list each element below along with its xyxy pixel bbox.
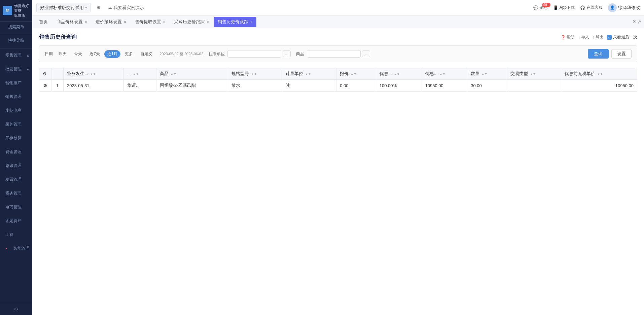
tab-sale-price[interactable]: 售价提取设置 × (131, 17, 169, 27)
sidebar-item-wholesale[interactable]: 批发管理 ▲ (0, 62, 32, 76)
sidebar-search-menu[interactable]: 搜索菜单 (0, 22, 32, 33)
row-trade-type (507, 80, 561, 92)
date-last1month-btn[interactable]: 近1月 (104, 50, 121, 58)
sidebar-settings-btn[interactable]: ⚙ (0, 303, 32, 315)
sidebar-item-marketing[interactable]: 营销推广 (0, 76, 32, 90)
date-more-btn[interactable]: 更多 (122, 50, 136, 58)
logo-icon: 好 (3, 6, 12, 15)
tab-purchase-history[interactable]: 采购历史价跟踪 × (170, 17, 213, 27)
table-row[interactable]: ⚙ 1 2023-05-31 华谊... 丙烯酸-2-乙基己酯 散水 吨 0.0… (39, 80, 637, 92)
tabbar: 首页 商品价格设置 × 进价策略设置 × 售价提取设置 × 采购历史价跟踪 × … (32, 15, 644, 28)
sort-qty-icon: ▲▼ (481, 72, 488, 76)
online-service-label: 在线客服 (586, 5, 603, 10)
sidebar-item-smart[interactable]: 智能管理 (0, 242, 32, 255)
date-yesterday-btn[interactable]: 昨天 (56, 50, 70, 58)
settings-btn[interactable]: 设置 (611, 49, 632, 59)
sidebar-item-ledger[interactable]: 总账管理 (0, 159, 32, 173)
col-product[interactable]: 商品 ▲▼ (156, 68, 228, 80)
tab-home[interactable]: 首页 (35, 17, 52, 27)
sidebar-item-retail[interactable]: 零售管理 ▲ (0, 48, 32, 62)
user-menu[interactable]: 👤 徐泽华修改 (608, 3, 640, 12)
settings-icon[interactable]: ⚙ (94, 3, 104, 13)
source-input[interactable] (227, 50, 281, 58)
help-label: 帮助 (567, 34, 575, 40)
row-discount1: 100.00% (376, 80, 422, 92)
product-ellipsis-btn[interactable]: ... (362, 50, 370, 57)
online-service-btn[interactable]: 🎧 在线客服 (580, 5, 603, 10)
export-icon: ↑ (593, 35, 595, 40)
col-price[interactable]: 报价 ▲▼ (336, 68, 376, 80)
col-discount2[interactable]: 优惠... ▲▼ (422, 68, 467, 80)
export-label: 导出 (596, 34, 604, 40)
col-more[interactable]: ... ▲▼ (124, 68, 156, 80)
query-btn[interactable]: 查询 (588, 49, 609, 59)
sort-spec-icon: ▲▼ (251, 72, 257, 76)
sidebar-item-purchase[interactable]: 采购管理 (0, 117, 32, 131)
row-date: 2023-05-31 (64, 80, 124, 92)
col-date[interactable]: 业务发生... ▲▼ (64, 68, 124, 80)
panel-maximize-btn[interactable]: ⤢ (637, 19, 641, 25)
logo-text: 畅捷通好业财 标准版 (14, 3, 30, 18)
tab-close-purchase-strategy[interactable]: × (124, 20, 126, 24)
chevron-down-icon: ▾ (85, 5, 87, 10)
row-pretax-price: 10950.00 (561, 80, 637, 92)
tab-close-sale-price[interactable]: × (163, 20, 165, 24)
panel-close-btn[interactable]: × (632, 18, 636, 25)
sidebar-item-ecommerce-small[interactable]: 小畅电商 (0, 104, 32, 117)
row-company: 华谊... (127, 83, 140, 88)
version-selector[interactable]: 好业财标准版交付试用 ▾ (36, 3, 91, 12)
date-custom-btn[interactable]: 自定义 (137, 50, 155, 58)
import-btn[interactable]: ↓ 导入 (578, 34, 589, 40)
col-trade-type[interactable]: 交易类型 ▲▼ (507, 68, 561, 80)
sidebar-item-finance[interactable]: 资金管理 (0, 145, 32, 159)
col-trade-type-label: 交易类型 (510, 71, 528, 76)
col-pretax-price[interactable]: 优惠前无税单价 ▲▼ (561, 68, 637, 80)
col-spec-label: 规格型号 (231, 71, 249, 76)
app-download-btn[interactable]: 📱 App下载 (553, 5, 575, 10)
sort-more-icon: ▲▼ (133, 72, 139, 76)
col-qty[interactable]: 数量 ▲▼ (467, 68, 507, 80)
source-input-wrap: ... (227, 50, 291, 58)
sidebar-item-inventory[interactable]: 库存核算 (0, 131, 32, 145)
col-unit[interactable]: 计量单位 ▲▼ (282, 68, 336, 80)
sidebar-item-assets[interactable]: 固定资产 (0, 214, 32, 228)
phone-icon: 📱 (553, 5, 558, 10)
export-btn[interactable]: ↑ 导出 (593, 34, 604, 40)
page-header: 销售历史价查询 ❓ 帮助 ↓ 导入 ↑ 导出 ✓ (39, 34, 637, 41)
help-btn[interactable]: ❓ 帮助 (561, 34, 575, 40)
demo-cloud-icon: ☁ (108, 5, 112, 10)
source-ellipsis-btn[interactable]: ... (283, 50, 291, 57)
message-icon: 💬 (533, 5, 538, 10)
col-spec[interactable]: 规格型号 ▲▼ (228, 68, 282, 80)
tab-purchase-strategy[interactable]: 进价策略设置 × (92, 17, 130, 27)
sidebar-quick-nav[interactable]: 快捷导航 (0, 33, 32, 48)
sidebar-item-invoice[interactable]: 发票管理 (0, 173, 32, 186)
sidebar-item-salary[interactable]: 工资 (0, 228, 32, 242)
row-settings[interactable]: ⚙ (39, 80, 51, 92)
message-badge: 99+ (542, 3, 550, 7)
col-more-label: ... (127, 71, 131, 76)
sidebar-item-ecommerce[interactable]: 电商管理 (0, 200, 32, 214)
date-last7-btn[interactable]: 近7天 (86, 50, 103, 58)
tab-sales-history[interactable]: 销售历史价跟踪 × (214, 17, 256, 27)
product-input[interactable] (307, 50, 361, 58)
row-unit: 吨 (282, 80, 336, 92)
tab-close-product-price[interactable]: × (85, 20, 87, 24)
row-product: 丙烯酸-2-乙基己酯 (156, 80, 228, 92)
col-settings[interactable]: ⚙ (39, 68, 51, 80)
content-area: 销售历史价查询 ❓ 帮助 ↓ 导入 ↑ 导出 ✓ (32, 28, 644, 315)
only-last-checkbox[interactable]: ✓ 只看最后一次 (607, 34, 637, 40)
tab-close-sales-history[interactable]: × (250, 20, 252, 24)
date-today-btn[interactable]: 今天 (71, 50, 85, 58)
tab-close-purchase-history[interactable]: × (207, 20, 209, 24)
sidebar-item-sales[interactable]: 销售管理 (0, 90, 32, 104)
sidebar-item-tax[interactable]: 税务管理 (0, 186, 32, 200)
tab-product-price[interactable]: 商品价格设置 × (52, 17, 91, 27)
row-more: 华谊... (124, 80, 156, 92)
message-btn[interactable]: 💬 消息 99+ (533, 5, 548, 10)
row-index: 1 (51, 80, 64, 92)
only-last-label: 只看最后一次 (613, 34, 637, 40)
demo-link[interactable]: ☁ 我要看实例演示 (108, 5, 144, 11)
col-discount1[interactable]: 优惠... ▲▼ (376, 68, 422, 80)
product-filter-label: 商品 (296, 51, 304, 57)
